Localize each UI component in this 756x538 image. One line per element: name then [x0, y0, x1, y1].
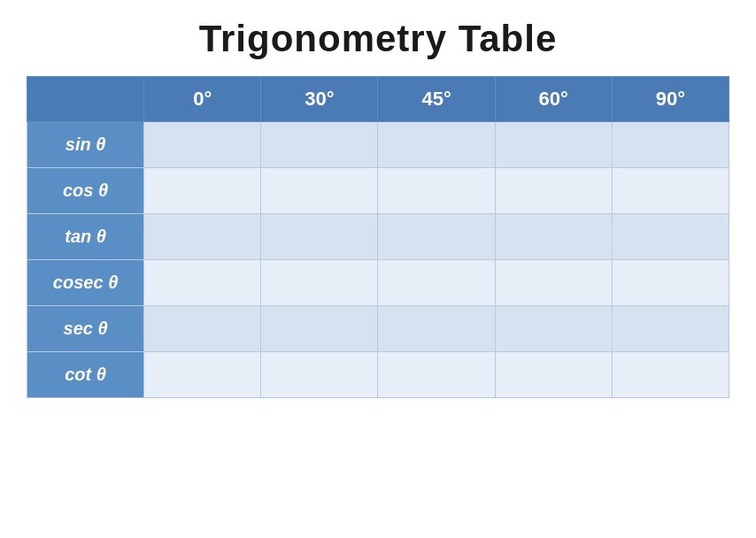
- cell: [144, 122, 261, 168]
- row-label-cosec: cosec θ: [27, 260, 144, 306]
- cell: [612, 168, 729, 214]
- cell: [612, 260, 729, 306]
- cell: [612, 352, 729, 398]
- cell: [495, 306, 612, 352]
- page-title: Trigonometry Table: [199, 18, 558, 60]
- cell: [261, 214, 378, 260]
- table-row: sec θ: [27, 306, 729, 352]
- cell: [144, 306, 261, 352]
- cell: [261, 352, 378, 398]
- table-row: cosec θ: [27, 260, 729, 306]
- row-label-sin: sin θ: [27, 122, 144, 168]
- table-row: sin θ: [27, 122, 729, 168]
- cell: [261, 122, 378, 168]
- cell: [378, 122, 495, 168]
- cell: [261, 168, 378, 214]
- cell: [144, 214, 261, 260]
- cell: [378, 214, 495, 260]
- header-col-0: 0°: [144, 77, 261, 122]
- header-col-60: 60°: [495, 77, 612, 122]
- cell: [495, 122, 612, 168]
- row-label-cot: cot θ: [27, 352, 144, 398]
- table-row: cos θ: [27, 168, 729, 214]
- cell: [261, 260, 378, 306]
- cell: [495, 260, 612, 306]
- header-col-45: 45°: [378, 77, 495, 122]
- cell: [495, 352, 612, 398]
- header-label: [27, 77, 144, 122]
- cell: [495, 214, 612, 260]
- cell: [144, 260, 261, 306]
- cell: [612, 214, 729, 260]
- header-col-90: 90°: [612, 77, 729, 122]
- cell: [144, 352, 261, 398]
- row-label-sec: sec θ: [27, 306, 144, 352]
- row-label-cos: cos θ: [27, 168, 144, 214]
- cell: [261, 306, 378, 352]
- cell: [495, 168, 612, 214]
- row-label-tan: tan θ: [27, 214, 144, 260]
- cell: [144, 168, 261, 214]
- cell: [378, 306, 495, 352]
- trig-table: 0° 30° 45° 60° 90° sin θ cos θ tan θ: [27, 76, 729, 398]
- table-row: cot θ: [27, 352, 729, 398]
- table-row: tan θ: [27, 214, 729, 260]
- cell: [378, 168, 495, 214]
- cell: [378, 352, 495, 398]
- cell: [378, 260, 495, 306]
- header-col-30: 30°: [261, 77, 378, 122]
- cell: [612, 306, 729, 352]
- cell: [612, 122, 729, 168]
